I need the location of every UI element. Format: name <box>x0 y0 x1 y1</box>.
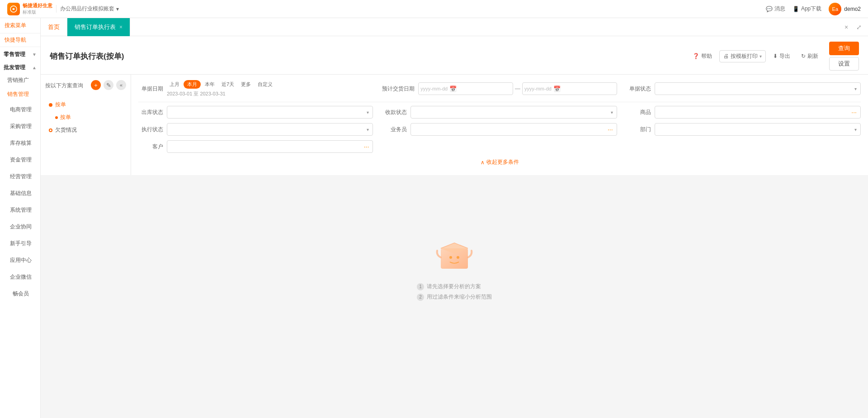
date-tab-this-month[interactable]: 本月 <box>184 80 201 89</box>
sidebar-item-finance[interactable]: 资金管理 <box>0 152 40 168</box>
sidebar-item-purchase[interactable]: 采购管理 <box>0 118 40 135</box>
forecast-date-range: yyyy-mm-dd 📅 — yyyy-mm-dd 📅 <box>418 82 617 95</box>
layout: 搜索菜单 快捷导航 零售管理 ▼ 批发管理 ▲ 营销推广 销售管理 电商管理 采… <box>0 18 868 418</box>
date-tab-custom[interactable]: 自定义 <box>255 80 275 89</box>
sidebar-sub-sales[interactable]: 销售管理 <box>0 87 40 101</box>
payment-label: 收款状态 <box>382 109 407 116</box>
forecast-end-input[interactable]: yyyy-mm-dd 📅 <box>522 82 617 95</box>
sidebar-item-member[interactable]: 畅会员 <box>0 285 40 302</box>
sidebar-item-basic[interactable]: 基础信息 <box>0 185 40 202</box>
tab-bar: 首页 销售订单执行表 × × ⤢ <box>41 18 868 36</box>
user-info[interactable]: Ea demo2 <box>829 3 861 15</box>
print-chevron-icon: ▾ <box>760 54 762 59</box>
sidebar-item-wechat[interactable]: 企业微信 <box>0 269 40 285</box>
query-btn[interactable]: 查询 <box>829 42 859 55</box>
logo-text: 畅捷通好生意 标准版 <box>23 2 52 15</box>
filter-row-customer: 客户 ··· <box>138 140 373 153</box>
scheme-edit-btn[interactable]: ✎ <box>104 80 113 90</box>
export-btn[interactable]: ⬇ 导出 <box>769 51 794 62</box>
scheme-item-1[interactable]: 欠货情况 <box>45 124 126 137</box>
sidebar-item-search[interactable]: 搜索菜单 <box>0 18 40 33</box>
status-chevron-icon: ▾ <box>854 86 857 91</box>
execution-chevron-icon: ▾ <box>367 127 369 132</box>
refresh-icon: ↻ <box>801 53 806 59</box>
salesman-select[interactable]: ··· <box>410 123 617 136</box>
sidebar-item-retail[interactable]: 零售管理 ▼ <box>0 47 40 60</box>
page-area: 销售订单执行表(按单) ❓ 帮助 🖨 按模板打印 ▾ ⬇ 导出 <box>41 36 868 418</box>
account-selector[interactable]: 办公用品行业模拟账套 ▾ <box>56 5 123 13</box>
cal-start-icon: 📅 <box>449 86 457 92</box>
dept-label: 部门 <box>626 126 651 133</box>
sidebar-item-appcenter[interactable]: 应用中心 <box>0 252 40 269</box>
sidebar-item-quicknav[interactable]: 快捷导航 <box>0 33 40 47</box>
date-tab-this-year[interactable]: 本年 <box>202 80 217 89</box>
scheme-dot-1 <box>49 128 52 132</box>
avatar: Ea <box>829 3 841 15</box>
scheme-dot-0 <box>49 103 52 107</box>
header-right: 💬 消息 📱 App下载 Ea demo2 <box>766 3 861 15</box>
window-close-btn[interactable]: × <box>841 22 852 33</box>
filter-row-shipment: 出库状态 ▾ <box>138 106 373 119</box>
settings-btn[interactable]: 设置 <box>829 57 859 71</box>
date-tab-7days[interactable]: 近7天 <box>219 80 237 89</box>
sub-scheme-按单[interactable]: 按单 <box>45 111 126 124</box>
message-btn[interactable]: 💬 消息 <box>766 5 785 13</box>
sidebar-item-inventory[interactable]: 库存核算 <box>0 135 40 152</box>
execution-label: 执行状态 <box>138 126 163 133</box>
tab-close-btn[interactable]: × <box>119 24 123 30</box>
cal-end-icon: 📅 <box>553 86 561 92</box>
dept-select[interactable]: ▾ <box>655 123 861 136</box>
empty-tip-1: 1 请先选择要分析的方案 <box>417 283 492 290</box>
scheme-item-0[interactable]: 按单 <box>45 98 126 111</box>
template-print-btn[interactable]: 🖨 按模板打印 ▾ <box>719 50 766 62</box>
tip-num-1: 1 <box>417 283 424 290</box>
sidebar-item-operations[interactable]: 经营管理 <box>0 168 40 185</box>
help-btn[interactable]: ❓ 帮助 <box>689 51 716 62</box>
date-tab-last-month[interactable]: 上月 <box>167 80 182 89</box>
page-title: 销售订单执行表(按单) <box>50 51 124 62</box>
sub-dot-按单 <box>55 116 58 119</box>
customer-label: 客户 <box>138 143 163 151</box>
filter-row-goods: 商品 ··· <box>626 106 861 119</box>
payment-select[interactable]: ▾ <box>410 106 617 119</box>
sidebar: 搜索菜单 快捷导航 零售管理 ▼ 批发管理 ▲ 营销推广 销售管理 电商管理 采… <box>0 18 41 418</box>
export-icon: ⬇ <box>773 53 778 59</box>
date-range-text: 2023-03-01 至 2023-03-31 <box>167 91 226 96</box>
customer-more-icon: ··· <box>364 143 369 150</box>
filter-row-salesman: 业务员 ··· <box>382 123 617 136</box>
sidebar-sub-marketing[interactable]: 营销推广 <box>0 73 40 87</box>
empty-tip-2: 2 用过滤条件来缩小分析范围 <box>417 293 492 301</box>
status-select[interactable]: ▾ <box>655 82 861 95</box>
empty-state: 1 请先选择要分析的方案 2 用过滤条件来缩小分析范围 <box>417 203 492 328</box>
execution-select[interactable]: ▾ <box>167 123 373 136</box>
shipment-label: 出库状态 <box>138 109 163 116</box>
salesman-more-icon: ··· <box>608 126 613 133</box>
tab-home[interactable]: 首页 <box>41 18 67 36</box>
filter-row-dept: 部门 ▾ <box>626 123 861 136</box>
main-content: 首页 销售订单执行表 × × ⤢ 销售订单执行表(按单) ❓ <box>41 18 868 418</box>
collapse-more-btn[interactable]: ∧ 收起更多条件 <box>138 155 861 170</box>
scheme-collapse-btn[interactable]: « <box>116 80 126 90</box>
scheme-add-btn[interactable]: + <box>91 80 101 90</box>
retail-arrow-icon: ▼ <box>32 52 37 57</box>
tab-active[interactable]: 销售订单执行表 × <box>67 18 130 36</box>
status-label: 单据状态 <box>626 85 651 93</box>
filter-row-execution: 执行状态 ▾ <box>138 123 373 136</box>
app-download-btn[interactable]: 📱 App下载 <box>793 5 821 13</box>
sidebar-item-system[interactable]: 系统管理 <box>0 202 40 218</box>
forecast-start-input[interactable]: yyyy-mm-dd 📅 <box>418 82 513 95</box>
sidebar-item-wholesale[interactable]: 批发管理 ▲ <box>0 60 40 73</box>
logo-area[interactable]: 畅捷通好生意 标准版 <box>7 2 52 15</box>
sidebar-item-newbie[interactable]: 新手引导 <box>0 235 40 252</box>
refresh-btn[interactable]: ↻ 刷新 <box>797 51 822 62</box>
window-expand-btn[interactable]: ⤢ <box>854 22 864 33</box>
shipment-select[interactable]: ▾ <box>167 106 373 119</box>
date-tab-more[interactable]: 更多 <box>238 80 254 89</box>
sidebar-item-enterprise[interactable]: 企业协同 <box>0 218 40 235</box>
salesman-label: 业务员 <box>382 126 407 133</box>
customer-select[interactable]: ··· <box>167 140 373 153</box>
scheme-actions: + ✎ « <box>91 80 126 90</box>
goods-select[interactable]: ··· <box>655 106 861 119</box>
tab-bar-actions: × ⤢ <box>837 22 868 33</box>
sidebar-item-ecommerce[interactable]: 电商管理 <box>0 101 40 118</box>
